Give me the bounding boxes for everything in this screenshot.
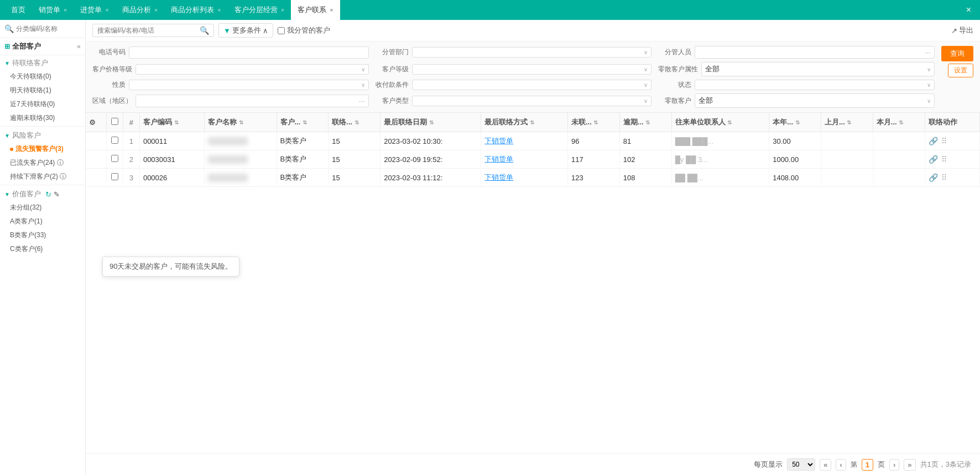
col-year-total[interactable]: 本年... ⇅ (769, 113, 821, 132)
col-last-date[interactable]: 最后联络日期 ⇅ (380, 113, 481, 132)
col-contact[interactable]: 联络... ⇅ (329, 113, 380, 132)
col-action: 联络动作 (925, 113, 979, 132)
action-link-icon-1[interactable]: 🔗 (929, 155, 938, 164)
nav-product-analysis-list[interactable]: 商品分析列表 × (164, 0, 227, 20)
row-type-2: B类客户 (277, 169, 329, 187)
first-page-btn[interactable]: « (820, 459, 831, 471)
manager-dots[interactable]: ··· (925, 48, 931, 56)
filter-price-grade-select[interactable]: ∨ (135, 64, 369, 75)
col-last-month[interactable]: 上月... ⇅ (821, 113, 873, 132)
prev-page-btn[interactable]: ‹ (836, 459, 846, 471)
sidebar-item-churned[interactable]: 已流失客户(24) ⓘ (0, 156, 85, 170)
filter-manager-select[interactable]: ··· (695, 46, 935, 59)
col-customer-type[interactable]: 客户... ⇅ (277, 113, 329, 132)
filter-phone-input[interactable] (129, 46, 369, 59)
query-button[interactable]: 查询 (941, 46, 973, 61)
last-page-btn[interactable]: » (904, 459, 915, 471)
action-link-icon-0[interactable]: 🔗 (929, 137, 938, 145)
sidebar-search-input[interactable] (16, 25, 86, 33)
filter-status-select[interactable]: ∨ (695, 80, 935, 90)
next-page-btn[interactable]: › (889, 459, 899, 471)
row-checkbox-0[interactable] (106, 132, 123, 150)
sidebar-item-7days-pending[interactable]: 近7天待联络(0) (0, 97, 85, 111)
action-menu-icon-2[interactable]: ⠿ (941, 173, 947, 182)
action-menu-icon-1[interactable]: ⠿ (941, 155, 947, 164)
col-customer-name[interactable]: 客户名称 ⇅ (204, 113, 277, 132)
col-unlink-days[interactable]: 未联... ⇅ (567, 113, 619, 132)
sidebar-item-class-c[interactable]: C类客户(6) (0, 242, 85, 256)
row-checkbox-1[interactable] (106, 150, 123, 169)
row-last-method-0[interactable]: 下销货单 (481, 132, 568, 150)
sidebar-item-declining[interactable]: 持续下滑客户(2) ⓘ (0, 170, 85, 184)
edit-icon[interactable]: ✎ (54, 190, 60, 199)
export-btn[interactable]: ↗ 导出 (951, 25, 973, 35)
close-customer-contact-tab[interactable]: × (330, 7, 333, 13)
refresh-icon[interactable]: ↻ (45, 190, 51, 199)
filter-customer-type-select[interactable]: ∨ (412, 96, 652, 106)
row-checkbox-2[interactable] (106, 169, 123, 187)
filter-nature-select[interactable]: ∨ (129, 80, 369, 90)
row-last-method-1[interactable]: 下销货单 (481, 150, 568, 169)
filter-more-btn[interactable]: ▼ 更多条件 ∧ (218, 23, 273, 38)
close-purchase-tab[interactable]: × (105, 7, 108, 13)
table-row: 3 000026 name B类客户 15 2023-02-03 11:12: … (86, 169, 980, 187)
region-dots[interactable]: ··· (359, 97, 365, 105)
row-action-1: 🔗 ⠿ (925, 150, 979, 169)
page-size-select[interactable]: 50 100 (787, 458, 815, 471)
sidebar-item-tomorrow-pending[interactable]: 明天待联络(1) (0, 83, 85, 97)
arrow-icon-value: ▼ (4, 191, 10, 197)
col-customer-code[interactable]: 客户编码 ⇅ (139, 113, 204, 132)
close-all-tabs[interactable]: × (962, 5, 976, 15)
row-overdue-0: 81 (619, 132, 671, 150)
sidebar-item-today-pending[interactable]: 今天待联络(0) (0, 70, 85, 83)
my-customers-check[interactable] (278, 27, 285, 34)
sort-icon-overdue: ⇅ (645, 119, 650, 126)
customer-table: ⚙ # 客户编码 ⇅ 客户名称 ⇅ 客户... ⇅ 联络... ⇅ 最后联络日期… (86, 113, 980, 187)
nav-customer-contact[interactable]: 客户联系 × (291, 0, 340, 20)
filter-payment-select[interactable]: ∨ (412, 80, 652, 90)
sidebar-item-overdue-pending[interactable]: 逾期未联络(30) (0, 111, 85, 125)
table-gear-icon[interactable]: ⚙ (89, 118, 96, 127)
sidebar-item-class-b[interactable]: B类客户(33) (0, 228, 85, 242)
action-link-icon-2[interactable]: 🔗 (929, 173, 938, 182)
col-this-month[interactable]: 本月... ⇅ (873, 113, 925, 132)
close-customer-layer-tab[interactable]: × (281, 7, 284, 13)
close-product-analysis-list-tab[interactable]: × (217, 7, 221, 13)
nav-purchase[interactable]: 进货单 × (74, 0, 115, 20)
col-last-method[interactable]: 最后联络方式 ⇅ (481, 113, 568, 132)
filter-search-input[interactable] (97, 27, 197, 34)
row-unlink-0: 96 (567, 132, 619, 150)
close-product-analysis-tab[interactable]: × (154, 7, 158, 13)
sort-icon-this-month: ⇅ (899, 119, 903, 126)
sidebar-item-churn-warning[interactable]: 流失预警客户(3) (0, 142, 85, 156)
sidebar-section-risk: ▼ 风险客户 (0, 128, 85, 142)
total-records: 共1页，3条记录 (920, 460, 971, 469)
my-customers-checkbox[interactable]: 我分管的客户 (278, 25, 330, 35)
filter-region-select[interactable]: ··· (135, 95, 369, 107)
nav-home[interactable]: 首页 (4, 0, 32, 20)
row-last-method-2[interactable]: 下销货单 (481, 169, 568, 187)
close-sales-tab[interactable]: × (64, 7, 67, 13)
row-year-total-0: 30.00 (769, 132, 821, 150)
col-overdue[interactable]: 逾期... ⇅ (619, 113, 671, 132)
action-menu-icon-0[interactable]: ⠿ (941, 137, 947, 145)
sidebar-item-class-a[interactable]: A类客户(1) (0, 215, 85, 228)
filter-retail-select[interactable]: 全部 ∨ (695, 93, 935, 108)
sidebar-search-area: 🔍 (0, 20, 85, 38)
filter-customer-grade-select[interactable]: ∨ (412, 64, 652, 75)
sidebar-root-label[interactable]: ⊞ 全部客户 « (0, 38, 85, 55)
row-name-2: name (204, 169, 277, 187)
settings-button[interactable]: 设置 (948, 64, 973, 77)
col-contact-person[interactable]: 往来单位联系人 ⇅ (671, 113, 769, 132)
filter-retail-attr-select[interactable]: 全部 ∨ (701, 62, 935, 76)
filter-dept-select[interactable]: ∨ (412, 47, 652, 58)
customer-type-arrow: ∨ (644, 98, 648, 104)
nav-product-analysis[interactable]: 商品分析 × (116, 0, 164, 20)
nav-customer-layer[interactable]: 客户分层经营 × (228, 0, 291, 20)
row-contact-0: 15 (329, 132, 380, 150)
sidebar-collapse-btn[interactable]: « (77, 43, 81, 50)
sidebar-item-unclassified[interactable]: 未分组(32) (0, 201, 85, 215)
select-all-checkbox[interactable] (111, 118, 118, 125)
nav-sales[interactable]: 销货单 × (32, 0, 74, 20)
row-contact-1: 15 (329, 150, 380, 169)
